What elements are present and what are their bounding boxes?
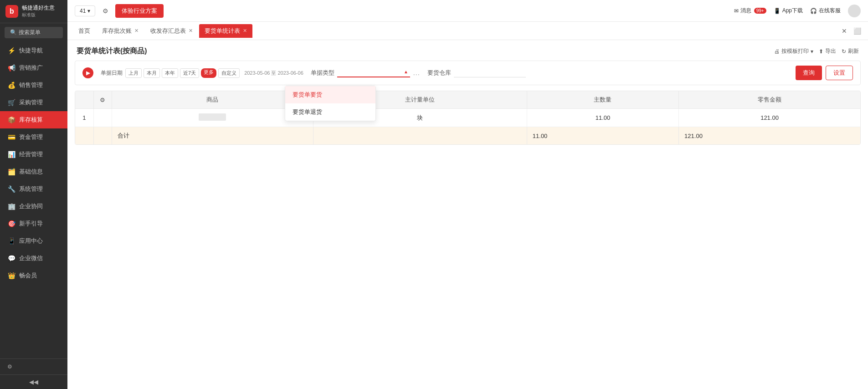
refresh-label: 刷新: [848, 47, 859, 55]
footer-amount: 121.00: [679, 127, 860, 145]
filter-expand-button[interactable]: ▶: [82, 67, 93, 78]
dropdown-item-order-goods[interactable]: 要货单要货: [285, 86, 375, 103]
date-custom-btn[interactable]: 自定义: [218, 68, 240, 78]
data-table-wrapper: ⚙ 商品 主计量单位 主数量 零售金额: [75, 91, 861, 145]
export-button[interactable]: ⬆ 导出: [819, 47, 836, 55]
tab-home[interactable]: 首页: [73, 24, 96, 38]
sidebar-item-system[interactable]: 🔧 系统管理: [0, 180, 67, 198]
user-avatar[interactable]: [848, 5, 861, 17]
tab-maximize-btn[interactable]: ⬜: [852, 26, 863, 36]
page-content: 要货单统计表(按商品) 🖨 按模板打印 ▾ ⬆ 导出 ↻ 刷新: [67, 40, 868, 389]
sidebar-item-guide[interactable]: 🎯 新手引导: [0, 215, 67, 232]
dropdown-item-label: 要货单要货: [293, 91, 322, 98]
warehouse-filter-group: 要货仓库: [427, 69, 526, 77]
header-left: 41 ▾ ⚙ 体验行业方案: [75, 4, 164, 18]
sidebar-item-wechat[interactable]: 💬 企业微信: [0, 250, 67, 267]
prev-month-btn[interactable]: 上月: [125, 68, 142, 78]
search-label: 搜索菜单: [19, 29, 41, 36]
refresh-button[interactable]: ↻ 刷新: [842, 47, 859, 55]
app-download-action[interactable]: 📱 App下载: [774, 7, 803, 15]
online-service-action[interactable]: 🎧 在线客服: [810, 7, 841, 15]
sidebar-collapse-btn[interactable]: ◀◀: [0, 374, 67, 389]
filter-bar: ▶ 单据日期 上月 本月 本年 近7天 更多 自定义 2023-05-06 至 …: [75, 61, 861, 85]
vip-icon: 👑: [7, 271, 15, 280]
query-button[interactable]: 查询: [796, 66, 822, 80]
table-row: 1 块 11.00 121.00: [75, 109, 860, 127]
quick-nav-icon: ⚡: [7, 46, 15, 55]
headset-icon: 🎧: [810, 8, 817, 14]
table-footer: 合计 11.00 121.00: [75, 127, 860, 145]
type-filter-group: 单据类型 ▲ …: [311, 68, 420, 77]
messages-action[interactable]: ✉ 消息 99+: [734, 7, 766, 15]
phone-icon: 📱: [774, 8, 781, 14]
tab-batch-account-close[interactable]: ✕: [134, 28, 139, 34]
inventory-icon: 📦: [7, 116, 15, 124]
sidebar-item-purchase[interactable]: 🛒 采购管理: [0, 94, 67, 111]
export-icon: ⬆: [819, 48, 823, 55]
sidebar-item-marketing[interactable]: 📢 营销推广: [0, 59, 67, 77]
sidebar-item-operations[interactable]: 📊 经营管理: [0, 146, 67, 163]
table-settings-icon[interactable]: ⚙: [100, 97, 105, 103]
sidebar-search[interactable]: 🔍 搜索菜单: [5, 27, 63, 38]
expand-icon: ▶: [86, 70, 90, 76]
footer-empty-3: [313, 127, 527, 145]
type-filter-label: 单据类型: [311, 69, 334, 77]
cell-quantity: 11.00: [527, 109, 678, 127]
col-settings-header[interactable]: ⚙: [93, 91, 112, 109]
filter-settings-button[interactable]: 设置: [826, 66, 853, 80]
more-date-badge[interactable]: 更多: [201, 68, 216, 78]
sidebar-item-quick-nav[interactable]: ⚡ 快捷导航: [0, 42, 67, 59]
tab-close-all-btn[interactable]: ✕: [839, 26, 850, 36]
sidebar-item-label: 系统管理: [19, 185, 43, 193]
printer-icon: 🖨: [774, 48, 780, 55]
sidebar-item-inventory[interactable]: 📦 库存核算: [0, 111, 67, 128]
select-up-arrow-icon: ▲: [404, 69, 408, 74]
page-title-bar: 要货单统计表(按商品) 🖨 按模板打印 ▾ ⬆ 导出 ↻ 刷新: [67, 40, 868, 61]
tab-order-summary-close[interactable]: ✕: [243, 28, 247, 34]
sidebar-item-label: 新手引导: [19, 220, 43, 228]
sidebar-item-label: 营销推广: [19, 64, 43, 72]
sidebar-item-label: 畅会员: [19, 271, 37, 280]
sidebar-item-basic[interactable]: 🗂️ 基础信息: [0, 163, 67, 180]
tab-batch-account[interactable]: 库存批次账 ✕: [97, 24, 144, 38]
this-year-btn[interactable]: 本年: [162, 68, 178, 78]
type-select[interactable]: ▲: [337, 68, 410, 77]
sales-icon: 💰: [7, 81, 15, 89]
dropdown-item-label: 要货单退货: [293, 108, 322, 115]
tab-batch-account-label: 库存批次账: [102, 27, 132, 35]
sidebar-item-label: 资金管理: [19, 133, 43, 141]
sidebar-bottom[interactable]: ⚙: [0, 358, 67, 374]
tab-receive-summary[interactable]: 收发存汇总表 ✕: [145, 24, 198, 38]
table-body: 1 块 11.00 121.00: [75, 109, 860, 127]
sidebar-item-vip[interactable]: 👑 畅会员: [0, 267, 67, 284]
search-icon: 🔍: [10, 29, 17, 36]
settings-bottom-icon: ⚙: [7, 363, 12, 370]
sidebar-item-label: 采购管理: [19, 98, 43, 107]
tab-count-selector[interactable]: 41 ▾: [75, 5, 95, 16]
tab-count: 41: [80, 8, 86, 14]
last-7-days-btn[interactable]: 近7天: [180, 68, 199, 78]
print-label: 按模板打印: [781, 47, 809, 55]
sidebar-item-label: 经营管理: [19, 150, 43, 159]
date-filter-group: 单据日期 上月 本月 本年 近7天 更多 自定义 2023-05-06 至 20…: [101, 68, 303, 78]
footer-label: 合计: [112, 127, 313, 145]
sidebar-item-sales[interactable]: 💰 销售管理: [0, 77, 67, 94]
header-gear-btn[interactable]: ⚙: [99, 5, 112, 17]
dropdown-item-order-return[interactable]: 要货单退货: [285, 103, 375, 121]
warehouse-input[interactable]: [454, 69, 526, 77]
sidebar-item-app-center[interactable]: 📱 应用中心: [0, 232, 67, 250]
tab-order-summary[interactable]: 要货单统计表 ✕: [199, 24, 252, 38]
type-more-btn[interactable]: …: [413, 69, 420, 77]
tab-receive-summary-close[interactable]: ✕: [189, 28, 193, 34]
print-chevron-icon: ▾: [811, 48, 813, 55]
messages-badge: 99+: [754, 8, 766, 14]
trial-industry-button[interactable]: 体验行业方案: [115, 4, 164, 18]
sidebar-item-label: 企业微信: [19, 254, 43, 262]
this-month-btn[interactable]: 本月: [144, 68, 160, 78]
print-button[interactable]: 🖨 按模板打印 ▾: [774, 47, 813, 55]
tabs-bar: 首页 库存批次账 ✕ 收发存汇总表 ✕ 要货单统计表 ✕ ✕ ⬜: [67, 22, 868, 40]
sidebar-item-enterprise[interactable]: 🏢 企业协同: [0, 198, 67, 215]
cell-settings: [93, 109, 112, 127]
sidebar-item-finance[interactable]: 💳 资金管理: [0, 128, 67, 146]
sidebar: b 畅捷通好生意 标准版 🔍 搜索菜单 ⚡ 快捷导航 📢 营销推广 💰 销售管理…: [0, 0, 67, 389]
